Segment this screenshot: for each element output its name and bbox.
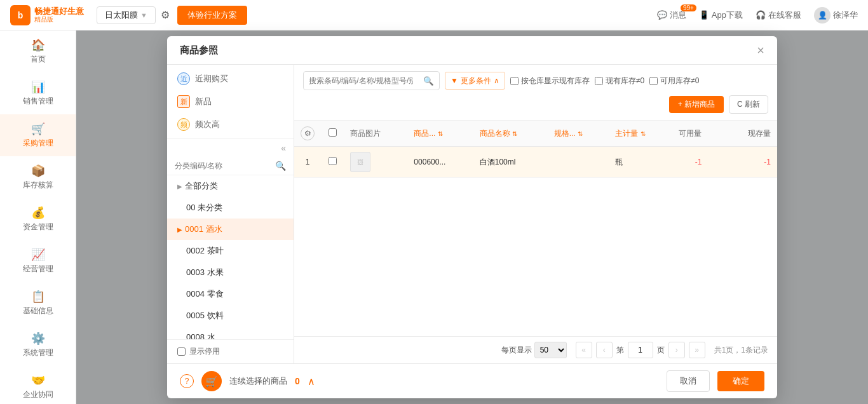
product-search-input[interactable] — [304, 76, 418, 85]
sales-icon: 📊 — [31, 80, 45, 94]
sidebar: 🏠 首页 📊 销售管理 🛒 采购管理 📦 库存核算 💰 资金管理 📈 经营管理 … — [0, 30, 76, 404]
username: 徐泽华 — [833, 10, 858, 21]
row-available: -1 — [672, 147, 725, 178]
search-box: 🔍 — [303, 71, 440, 90]
modal-footer: ? 🛒 连续选择的商品 0 ∧ 取消 确定 — [167, 363, 777, 398]
message-icon: 💬 — [657, 10, 667, 20]
cancel-button[interactable]: 取消 — [667, 370, 710, 392]
modal-overlay: 商品参照 × 近 近期购买 新 — [76, 30, 868, 404]
operations-icon: 📈 — [31, 248, 45, 262]
system-icon: ⚙️ — [31, 332, 45, 346]
code-header-label: 商品... — [414, 129, 435, 138]
sidebar-item-system[interactable]: ⚙️ 系统管理 — [0, 324, 76, 366]
store-selector[interactable]: 日太阳膜 ▼ — [97, 6, 156, 24]
finance-icon: 💰 — [31, 206, 45, 220]
new-icon: 新 — [177, 95, 190, 108]
filter-usable-checkbox[interactable]: 可用库存≠0 — [649, 76, 699, 86]
table-settings-icon[interactable]: ⚙ — [301, 126, 315, 140]
select-all-checkbox[interactable] — [329, 128, 337, 137]
col-image: 商品图片 — [344, 121, 407, 147]
home-icon: 🏠 — [31, 38, 45, 52]
online-service[interactable]: 🎧 在线客服 — [756, 10, 801, 21]
modal-header: 商品参照 × — [167, 36, 777, 65]
col-name[interactable]: 商品名称 ⇅ — [473, 121, 548, 147]
page-first-button[interactable]: « — [576, 342, 592, 358]
help-button[interactable]: ? — [180, 374, 194, 388]
col-spec[interactable]: 规格... ⇅ — [548, 121, 609, 147]
per-page-select[interactable]: 10 20 50 100 — [534, 342, 567, 358]
col-settings: ⚙ — [294, 121, 321, 147]
quick-nav-new[interactable]: 新 新品 — [167, 90, 294, 113]
category-item-uncategorized[interactable]: 00 未分类 — [167, 197, 294, 219]
product-search-button[interactable]: 🔍 — [418, 76, 439, 86]
row-spec — [548, 147, 609, 178]
toolbar: + 新增商品 C 刷新 — [669, 95, 768, 114]
sidebar-item-finance[interactable]: 💰 资金管理 — [0, 198, 76, 240]
filter-available-checkbox[interactable]: 现有库存≠0 — [595, 76, 644, 86]
category-item-snacks[interactable]: 0004 零食 — [167, 283, 294, 305]
sidebar-item-purchase[interactable]: 🛒 采购管理 — [0, 114, 76, 156]
category-item-tea[interactable]: 0002 茶叶 — [167, 240, 294, 262]
row-name: 白酒100ml — [473, 147, 548, 178]
add-product-button[interactable]: + 新增商品 — [669, 96, 724, 113]
experience-button[interactable]: 体验行业方案 — [177, 6, 247, 25]
collapse-panel-button[interactable]: « — [167, 139, 294, 157]
headset-icon: 🎧 — [756, 10, 766, 20]
image-placeholder-icon: 🖼 — [357, 159, 363, 166]
sidebar-item-sales[interactable]: 📊 销售管理 — [0, 72, 76, 114]
row-checkbox[interactable] — [321, 147, 344, 178]
modal-body: 近 近期购买 新 新品 频 频次高 — [167, 65, 777, 363]
name-sort-icon: ⇅ — [512, 130, 517, 137]
filter-more-button[interactable]: ▼ 更多条件 ∧ — [445, 72, 505, 90]
quick-nav-frequent[interactable]: 频 频次高 — [167, 113, 294, 136]
page-prev-button[interactable]: ‹ — [596, 342, 613, 358]
category-item-water[interactable]: 0008 水 — [167, 327, 294, 339]
show-disabled-area[interactable]: 显示停用 — [167, 339, 294, 363]
page-next-button[interactable]: › — [668, 342, 685, 358]
chevron-down-icon: ▼ — [140, 11, 147, 19]
category-search-icon[interactable]: 🔍 — [275, 161, 286, 171]
page-number-input[interactable] — [628, 342, 653, 358]
sidebar-item-basic[interactable]: 📋 基础信息 — [0, 282, 76, 324]
logo[interactable]: b 畅捷通好生意 精品版 — [10, 5, 84, 25]
confirm-button[interactable]: 确定 — [717, 371, 764, 391]
page-last-button[interactable]: » — [689, 342, 705, 358]
notification-area[interactable]: 💬 消息 99+ — [657, 10, 686, 21]
category-tree: ▶ 全部分类 00 未分类 ▶ 0001 酒水 0002 茶 — [167, 175, 294, 339]
content-area: 商品参照 × 近 近期购买 新 — [76, 30, 868, 404]
modal-close-button[interactable]: × — [757, 44, 764, 57]
category-item-liquor[interactable]: ▶ 0001 酒水 — [167, 219, 294, 240]
category-search-input[interactable] — [175, 161, 273, 170]
col-code[interactable]: 商品... ⇅ — [407, 121, 473, 147]
cart-icon[interactable]: 🛒 — [201, 371, 222, 391]
sidebar-item-home[interactable]: 🏠 首页 — [0, 30, 76, 72]
category-panel: 近 近期购买 新 新品 频 频次高 — [167, 65, 294, 363]
sidebar-item-inventory[interactable]: 📦 库存核算 — [0, 156, 76, 198]
total-info: 共1页，1条记录 — [714, 345, 768, 356]
row-unit: 瓶 — [609, 147, 672, 178]
col-unit[interactable]: 主计量 ⇅ — [609, 121, 672, 147]
category-item-beverages[interactable]: 0005 饮料 — [167, 305, 294, 327]
modal-title: 商品参照 — [180, 44, 218, 57]
app-download[interactable]: 📱 App下载 — [699, 10, 743, 21]
user-area[interactable]: 👤 徐泽华 — [814, 7, 858, 24]
logo-icon: b — [10, 5, 31, 25]
topbar-right: 💬 消息 99+ 📱 App下载 🎧 在线客服 👤 徐泽华 — [657, 7, 858, 24]
collapse-cart-button[interactable]: ∧ — [308, 375, 315, 387]
cart-count: 0 — [295, 376, 300, 386]
category-item-fruit[interactable]: 0003 水果 — [167, 262, 294, 283]
sidebar-item-operations[interactable]: 📈 经营管理 — [0, 240, 76, 282]
gear-icon[interactable]: ⚙ — [161, 9, 170, 21]
show-disabled-checkbox[interactable] — [177, 347, 186, 356]
quick-nav-recent[interactable]: 近 近期购买 — [167, 67, 294, 90]
sidebar-item-collab[interactable]: 🤝 企业协同 — [0, 366, 76, 404]
product-table-container: ⚙ 商品图片 商品... ⇅ — [294, 121, 777, 336]
logo-text: 畅捷通好生意 精品版 — [34, 6, 84, 24]
topbar: b 畅捷通好生意 精品版 日太阳膜 ▼ ⚙ 体验行业方案 💬 消息 99+ 📱 … — [0, 0, 868, 30]
pagination: 每页显示 10 20 50 100 « ‹ 第 — [294, 336, 777, 363]
filter-warehouse-checkbox[interactable]: 按仓库显示现有库存 — [510, 76, 590, 86]
category-search-area: 🔍 — [167, 157, 294, 175]
refresh-button[interactable]: C 刷新 — [729, 95, 768, 114]
table-row[interactable]: 1 🖼 — [294, 147, 777, 178]
category-item-all[interactable]: ▶ 全部分类 — [167, 175, 294, 197]
